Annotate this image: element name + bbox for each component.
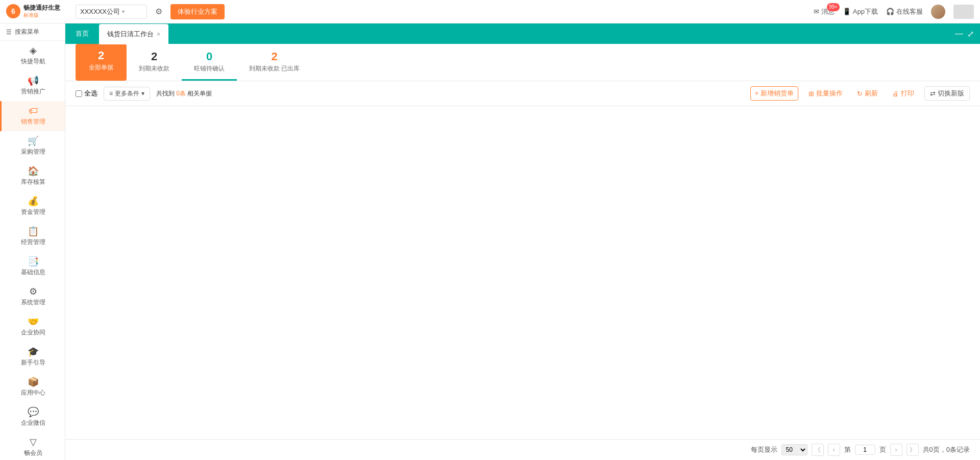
filter-button[interactable]: ≡ 更多条件 ▾	[104, 87, 150, 101]
gear-icon: ⚙	[155, 7, 162, 16]
tab-bar: 首页 钱货日清工作台 × — ⤢	[65, 23, 980, 44]
select-all-checkbox[interactable]: 全选	[76, 89, 97, 98]
sidebar-item-operations[interactable]: 📋 经营管理	[0, 222, 65, 252]
filter-label: 更多条件	[115, 89, 139, 98]
pagination: 每页显示 20 50 100 《 ‹ 第 页 › 》 共0页，0条记录	[65, 439, 980, 460]
sidebar-item-wechat[interactable]: 💬 企业微信	[0, 402, 65, 432]
filter-icon: ≡	[109, 90, 113, 97]
sidebar-item-label: 快捷导航	[21, 57, 45, 66]
found-count: 0条	[176, 90, 186, 97]
sidebar-item-guide[interactable]: 🎓 新手引导	[0, 342, 65, 372]
quick-nav-icon: ◈	[30, 46, 37, 55]
sidebar-item-label: 库存核算	[21, 178, 45, 186]
stat-number-shipped: 2	[249, 50, 300, 63]
header-right: ✉ 消息 99+ 📱 App下载 🎧 在线客服	[814, 5, 974, 19]
messages-button[interactable]: ✉ 消息 99+	[814, 7, 835, 16]
logo-area: 6 畅捷通好生意 标准版	[6, 4, 71, 18]
messages-badge: 99+	[827, 3, 840, 11]
sidebar-item-label: 营销推广	[21, 87, 45, 96]
logo-icon: 6	[6, 4, 20, 18]
stats-tabs: 2 全部单据 2 到期未收款 0 旺铺待确认 2 到期未收款 已出库	[65, 44, 980, 81]
toolbar-right: + 新增销货单 ⊞ 批量操作 ↻ 刷新 🖨 打印 ⇄	[750, 86, 970, 101]
marketing-icon: 📢	[28, 76, 39, 85]
app-download-button[interactable]: 📱 App下载	[843, 7, 878, 16]
select-all-label: 全选	[84, 89, 97, 98]
switch-version-button[interactable]: ⇄ 切换新版	[924, 86, 970, 101]
sidebar: ☰ 搜索菜单 ◈ 快捷导航 📢 营销推广 🏷 销售管理 🛒 采购管理 🏠 库存核…	[0, 23, 65, 460]
avatar[interactable]	[931, 5, 945, 19]
sidebar-item-finance[interactable]: 💰 资金管理	[0, 191, 65, 222]
sidebar-item-member[interactable]: ▽ 畅会员	[0, 432, 65, 460]
system-icon: ⚙	[29, 287, 37, 296]
stat-label-shipped: 到期未收款 已出库	[249, 64, 300, 73]
sidebar-item-system[interactable]: ⚙ 系统管理	[0, 282, 65, 312]
last-page-button[interactable]: 》	[906, 444, 919, 456]
sidebar-item-label: 新手引导	[21, 358, 45, 367]
page-word: 第	[844, 445, 851, 454]
avatar-image	[931, 5, 945, 19]
app-center-icon: 📦	[28, 377, 39, 386]
tab-home[interactable]: 首页	[65, 23, 99, 44]
batch-label: 批量操作	[816, 89, 843, 98]
online-service-label: 在线客服	[896, 7, 923, 16]
company-selector[interactable]: XXXXXX公司 ▾	[76, 5, 147, 19]
guide-icon: 🎓	[28, 347, 39, 356]
online-service-button[interactable]: 🎧 在线客服	[886, 7, 923, 16]
sidebar-item-label: 企业协同	[21, 328, 45, 337]
search-menu-item[interactable]: ☰ 搜索菜单	[0, 23, 65, 41]
settings-button[interactable]: ⚙	[151, 4, 166, 19]
trial-button[interactable]: 体验行业方案	[170, 4, 225, 19]
filter-chevron-icon: ▾	[141, 90, 144, 97]
print-button[interactable]: 🖨 打印	[888, 87, 918, 100]
stat-label-all: 全部单据	[86, 63, 116, 72]
refresh-label: 刷新	[865, 89, 878, 98]
refresh-button[interactable]: ↻ 刷新	[853, 87, 882, 100]
cooperation-icon: 🤝	[28, 317, 39, 326]
tab-maximize-button[interactable]: ⤢	[967, 29, 974, 39]
sidebar-item-cooperation[interactable]: 🤝 企业协同	[0, 312, 65, 342]
stat-tab-pending[interactable]: 0 旺铺待确认	[182, 44, 237, 81]
tab-minimize-button[interactable]: —	[955, 29, 963, 38]
add-order-button[interactable]: + 新增销货单	[750, 86, 798, 101]
sidebar-item-marketing[interactable]: 📢 营销推广	[0, 71, 65, 101]
tab-active[interactable]: 钱货日清工作台 ×	[99, 24, 168, 44]
base-info-icon: 📑	[28, 257, 39, 266]
select-all-input[interactable]	[76, 90, 82, 97]
stat-tab-overdue[interactable]: 2 到期未收款	[127, 44, 182, 81]
sidebar-item-label: 畅会员	[24, 449, 42, 457]
sidebar-item-base-info[interactable]: 📑 基础信息	[0, 252, 65, 282]
sidebar-item-sales[interactable]: 🏷 销售管理	[0, 101, 65, 131]
refresh-icon: ↻	[857, 90, 863, 98]
sidebar-item-app-center[interactable]: 📦 应用中心	[0, 372, 65, 402]
sidebar-item-label: 资金管理	[21, 208, 45, 216]
tab-actions: — ⤢	[955, 29, 980, 39]
page-number-input[interactable]	[855, 445, 875, 455]
operations-icon: 📋	[28, 227, 39, 236]
sidebar-item-quick-nav[interactable]: ◈ 快捷导航	[0, 41, 65, 71]
tab-close-button[interactable]: ×	[157, 31, 160, 38]
stat-tab-all[interactable]: 2 全部单据	[76, 44, 127, 81]
page-suffix: 页	[879, 445, 886, 454]
switch-icon: ⇄	[930, 90, 936, 98]
stat-label-pending: 旺铺待确认	[194, 64, 225, 73]
batch-operation-button[interactable]: ⊞ 批量操作	[804, 87, 847, 100]
service-icon: 🎧	[886, 8, 894, 15]
sidebar-item-purchase[interactable]: 🛒 采购管理	[0, 131, 65, 161]
page-size-select[interactable]: 20 50 100	[781, 444, 807, 455]
sidebar-item-label: 经营管理	[21, 238, 45, 247]
sidebar-item-label: 基础信息	[21, 268, 45, 277]
sidebar-item-label: 应用中心	[21, 389, 45, 397]
purchase-icon: 🛒	[28, 136, 39, 146]
next-page-button[interactable]: ›	[890, 444, 902, 456]
sales-icon: 🏷	[29, 106, 38, 115]
sidebar-item-inventory[interactable]: 🏠 库存核算	[0, 161, 65, 191]
member-icon: ▽	[30, 438, 37, 447]
stat-tab-shipped[interactable]: 2 到期未收款 已出库	[237, 44, 312, 81]
first-page-button[interactable]: 《	[812, 444, 824, 456]
stat-number-overdue: 2	[139, 50, 169, 63]
logo-text-area: 畅捷通好生意 标准版	[23, 4, 60, 18]
logo-main-text: 畅捷通好生意	[23, 4, 60, 11]
finance-icon: 💰	[28, 197, 39, 206]
toolbar: 全选 ≡ 更多条件 ▾ 共找到 0条 相关单据 + 新增销货单 ⊞ 批量操作	[65, 81, 980, 106]
prev-page-button[interactable]: ‹	[828, 444, 840, 456]
